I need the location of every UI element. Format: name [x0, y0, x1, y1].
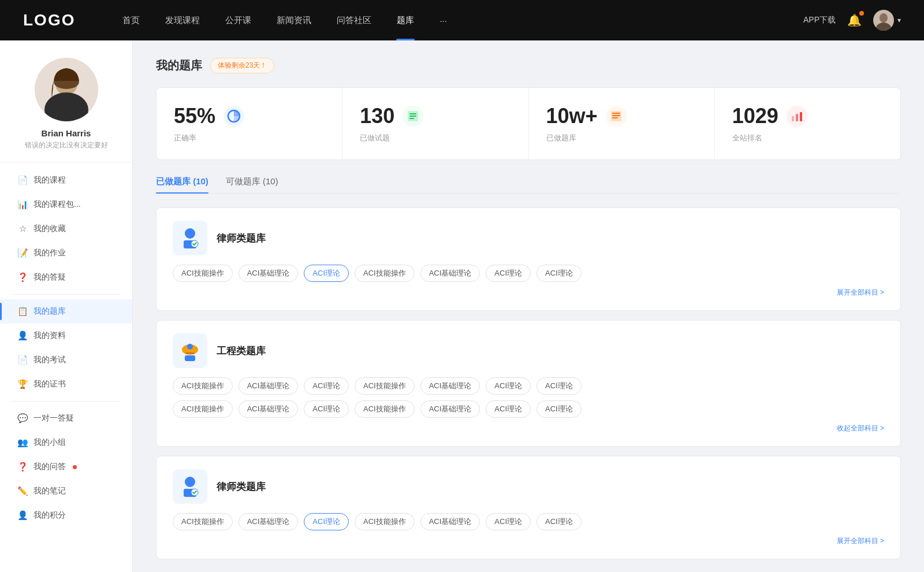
stat-done-questions: 130 已做试题: [342, 88, 528, 159]
avatar: [873, 10, 894, 31]
nav-home[interactable]: 首页: [110, 0, 152, 40]
user-avatar-menu[interactable]: ▾: [873, 10, 901, 31]
questions-badge: [73, 465, 77, 469]
question-icon: ❓: [17, 462, 28, 472]
eng-tag-r1-1[interactable]: ACI基础理论: [239, 377, 299, 395]
tag-3-4[interactable]: ACI基础理论: [420, 513, 480, 530]
bank-card-lawyer-1-header: 律师类题库: [173, 221, 884, 255]
cert-icon: 🏆: [17, 379, 28, 389]
stat-done-questions-top: 130: [360, 104, 511, 128]
expand-button-3[interactable]: 展开全部科目 >: [173, 536, 884, 546]
stat-rank: 1029 全站排名: [715, 88, 900, 159]
nav-open-course[interactable]: 公开课: [213, 0, 264, 40]
eng-tag-r2-1[interactable]: ACI基础理论: [239, 400, 299, 418]
nav-discover[interactable]: 发现课程: [152, 0, 213, 40]
done-banks-label: 已做题库: [546, 133, 697, 143]
profile-icon: 👤: [17, 330, 28, 341]
sidebar-item-groups[interactable]: 👥 我的小组: [0, 430, 132, 455]
tag-3-1[interactable]: ACI基础理论: [239, 513, 299, 530]
page-body: Brian Harris 错误的决定比没有决定要好 📄 我的课程 📊 我的课程包…: [0, 40, 924, 572]
lawyer-bank-2-name: 律师类题库: [217, 480, 266, 493]
qa-icon: ❓: [17, 272, 28, 283]
tag-1-6[interactable]: ACI理论: [536, 265, 582, 282]
nav-question-bank[interactable]: 题库: [384, 0, 427, 40]
group-icon: 👥: [17, 437, 28, 448]
tag-3-6[interactable]: ACI理论: [536, 513, 582, 530]
eng-tag-r1-5[interactable]: ACI理论: [486, 377, 531, 395]
page-title-row: 我的题库 体验剩余23天！: [156, 58, 901, 73]
sidebar-item-questions[interactable]: ❓ 我的问答: [0, 455, 132, 479]
eng-tag-r2-5[interactable]: ACI理论: [486, 400, 531, 418]
chat-icon: 💬: [17, 413, 28, 424]
tag-3-5[interactable]: ACI理论: [486, 513, 531, 530]
tag-1-2[interactable]: ACI理论: [304, 265, 349, 282]
sidebar-item-my-courses[interactable]: 📄 我的课程: [0, 168, 132, 192]
sidebar-item-homework[interactable]: 📝 我的作业: [0, 241, 132, 265]
collapse-button-2[interactable]: 收起全部科目 >: [173, 424, 884, 433]
chevron-down-icon: ▾: [897, 16, 901, 24]
tag-3-2[interactable]: ACI理论: [304, 513, 349, 530]
tag-1-5[interactable]: ACI理论: [486, 265, 531, 282]
eng-tag-r1-0[interactable]: ACI技能操作: [173, 377, 233, 395]
lawyer-bank-2-icon: [173, 469, 207, 504]
tab-done-banks[interactable]: 已做题库 (10): [156, 176, 208, 193]
eng-tag-r1-2[interactable]: ACI理论: [304, 377, 349, 395]
notification-bell[interactable]: 🔔: [847, 13, 862, 27]
rank-icon: [787, 106, 807, 127]
eng-tag-r2-6[interactable]: ACI理论: [536, 400, 582, 418]
tag-1-4[interactable]: ACI基础理论: [420, 265, 480, 282]
packages-icon: 📊: [17, 199, 28, 210]
sidebar-item-points[interactable]: 👤 我的积分: [0, 503, 132, 528]
done-questions-icon: [403, 106, 423, 127]
app-download-button[interactable]: APP下载: [803, 15, 836, 25]
engineer-bank-tags-row1: ACI技能操作 ACI基础理论 ACI理论 ACI技能操作 ACI基础理论 AC…: [173, 377, 884, 395]
eng-tag-r2-0[interactable]: ACI技能操作: [173, 400, 233, 418]
engineer-bank-icon: [173, 333, 207, 368]
exam-icon: 📄: [17, 355, 28, 365]
sidebar-item-favorites[interactable]: ☆ 我的收藏: [0, 217, 132, 241]
eng-tag-r2-4[interactable]: ACI基础理论: [420, 400, 480, 418]
notification-badge: [859, 11, 864, 16]
expand-button-1[interactable]: 展开全部科目 >: [173, 288, 884, 298]
eng-tag-r1-6[interactable]: ACI理论: [536, 377, 582, 395]
svg-rect-15: [612, 117, 618, 118]
eng-tag-r1-4[interactable]: ACI基础理论: [420, 377, 480, 395]
divider1: [12, 294, 121, 295]
tag-1-0[interactable]: ACI技能操作: [173, 265, 233, 282]
bank-card-lawyer-2: 律师类题库 ACI技能操作 ACI基础理论 ACI理论 ACI技能操作 ACI基…: [156, 456, 901, 559]
bank-list: 律师类题库 ACI技能操作 ACI基础理论 ACI理论 ACI技能操作 ACI基…: [156, 207, 901, 559]
sidebar-item-course-packages[interactable]: 📊 我的课程包...: [0, 192, 132, 217]
sidebar-item-my-qa[interactable]: ❓ 我的答疑: [0, 265, 132, 289]
notes-icon: ✏️: [17, 486, 28, 496]
eng-tag-r2-2[interactable]: ACI理论: [304, 400, 349, 418]
tag-3-3[interactable]: ACI技能操作: [355, 513, 415, 530]
eng-tag-r1-3[interactable]: ACI技能操作: [355, 377, 415, 395]
stat-accuracy-top: 55%: [174, 104, 325, 128]
nav-links: 首页 发现课程 公开课 新闻资讯 问答社区 题库 ···: [110, 0, 803, 40]
star-icon: ☆: [17, 224, 28, 234]
rank-label: 全站排名: [732, 133, 883, 143]
sidebar-item-question-bank[interactable]: 📋 我的题库: [0, 299, 132, 324]
logo: LOGO: [23, 11, 75, 29]
sidebar-item-profile[interactable]: 👤 我的资料: [0, 324, 132, 348]
nav-more[interactable]: ···: [427, 0, 460, 40]
sidebar-item-1on1[interactable]: 💬 一对一答疑: [0, 406, 132, 430]
svg-rect-16: [792, 116, 794, 121]
nav-qa[interactable]: 问答社区: [324, 0, 384, 40]
accuracy-number: 55%: [174, 104, 215, 128]
tab-available-banks[interactable]: 可做题库 (10): [226, 176, 278, 193]
tag-3-0[interactable]: ACI技能操作: [173, 513, 233, 530]
tag-1-3[interactable]: ACI技能操作: [355, 265, 415, 282]
sidebar-item-exams[interactable]: 📄 我的考试: [0, 348, 132, 372]
sidebar-item-notes[interactable]: ✏️ 我的笔记: [0, 479, 132, 503]
accuracy-label: 正确率: [174, 133, 325, 143]
sidebar-item-certificates[interactable]: 🏆 我的证书: [0, 372, 132, 396]
eng-tag-r2-3[interactable]: ACI技能操作: [355, 400, 415, 418]
tag-1-1[interactable]: ACI基础理论: [239, 265, 299, 282]
tabs-row: 已做题库 (10) 可做题库 (10): [156, 176, 901, 194]
user-profile: Brian Harris 错误的决定比没有决定要好: [0, 58, 132, 162]
engineer-bank-tags-row2: ACI技能操作 ACI基础理论 ACI理论 ACI技能操作 ACI基础理论 AC…: [173, 400, 884, 418]
nav-news[interactable]: 新闻资讯: [264, 0, 324, 40]
rank-number: 1029: [732, 104, 778, 128]
svg-rect-23: [183, 350, 197, 352]
